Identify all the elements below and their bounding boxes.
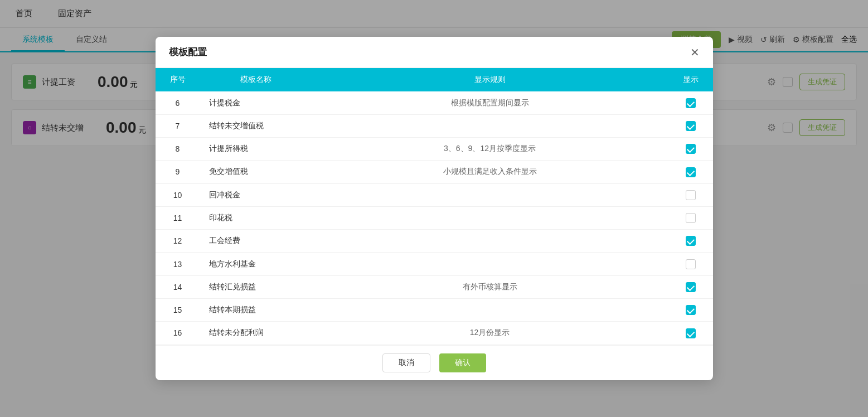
row-checkbox-cell <box>668 322 713 345</box>
row-name: 结转未分配利润 <box>200 322 312 345</box>
modal-title: 模板配置 <box>169 46 207 59</box>
row-rule: 有外币核算显示 <box>312 275 668 298</box>
row-rule: 3、6、9、12月按季度显示 <box>312 137 668 160</box>
row-id: 7 <box>156 114 200 137</box>
row-checkbox[interactable] <box>686 144 696 154</box>
row-id: 11 <box>156 206 200 229</box>
table-row: 7结转未交增值税 <box>156 114 713 137</box>
row-rule <box>312 206 668 229</box>
table-row: 13地方水利基金 <box>156 253 713 275</box>
row-rule: 根据模版配置期间显示 <box>312 91 668 114</box>
col-header-show: 显示 <box>668 68 713 91</box>
row-name: 结转本期损益 <box>200 299 312 322</box>
row-id: 9 <box>156 161 200 183</box>
table-row: 10回冲税金 <box>156 183 713 206</box>
row-checkbox[interactable] <box>686 190 696 200</box>
row-checkbox-cell <box>668 183 713 206</box>
row-rule: 小规模且满足收入条件显示 <box>312 161 668 183</box>
row-checkbox[interactable] <box>686 259 696 269</box>
col-header-id: 序号 <box>156 68 200 91</box>
row-rule <box>312 183 668 206</box>
table-row: 16结转未分配利润12月份显示 <box>156 322 713 345</box>
row-checkbox-cell <box>668 299 713 322</box>
row-name: 免交增值税 <box>200 161 312 183</box>
table-row: 9免交增值税小规模且满足收入条件显示 <box>156 161 713 183</box>
row-id: 15 <box>156 299 200 322</box>
row-checkbox[interactable] <box>686 282 696 292</box>
row-checkbox-cell <box>668 161 713 183</box>
col-header-name: 模板名称 <box>200 68 312 91</box>
row-name: 印花税 <box>200 206 312 229</box>
row-name: 回冲税金 <box>200 183 312 206</box>
row-checkbox-cell <box>668 275 713 298</box>
row-checkbox[interactable] <box>686 98 696 108</box>
row-checkbox-cell <box>668 230 713 253</box>
row-checkbox-cell <box>668 253 713 275</box>
table-row: 11印花税 <box>156 206 713 229</box>
confirm-button[interactable]: 确认 <box>439 353 486 372</box>
row-id: 10 <box>156 183 200 206</box>
modal-body: 序号 模板名称 显示规则 显示 6计提税金根据模版配置期间显示7结转未交增值税8… <box>156 68 713 345</box>
row-name: 结转汇兑损益 <box>200 275 312 298</box>
row-id: 12 <box>156 230 200 253</box>
row-checkbox-cell <box>668 206 713 229</box>
row-checkbox[interactable] <box>686 167 696 177</box>
row-id: 8 <box>156 137 200 160</box>
row-checkbox[interactable] <box>686 305 696 315</box>
row-id: 6 <box>156 91 200 114</box>
row-rule <box>312 230 668 253</box>
row-checkbox[interactable] <box>686 213 696 223</box>
row-name: 地方水利基金 <box>200 253 312 275</box>
row-name: 结转未交增值税 <box>200 114 312 137</box>
config-table: 序号 模板名称 显示规则 显示 6计提税金根据模版配置期间显示7结转未交增值税8… <box>156 68 713 345</box>
template-config-modal: 模板配置 ✕ 序号 模板名称 显示规则 显示 6计提税金根据模版配置期间显 <box>156 37 713 380</box>
row-checkbox[interactable] <box>686 236 696 246</box>
row-rule <box>312 253 668 275</box>
table-row: 15结转本期损益 <box>156 299 713 322</box>
modal-close-button[interactable]: ✕ <box>690 47 700 58</box>
modal-overlay: 模板配置 ✕ 序号 模板名称 显示规则 显示 6计提税金根据模版配置期间显 <box>0 0 868 417</box>
table-scroll[interactable]: 序号 模板名称 显示规则 显示 6计提税金根据模版配置期间显示7结转未交增值税8… <box>156 68 713 345</box>
table-row: 12工会经费 <box>156 230 713 253</box>
row-id: 14 <box>156 275 200 298</box>
row-checkbox[interactable] <box>686 328 696 338</box>
row-checkbox-cell <box>668 91 713 114</box>
row-rule: 12月份显示 <box>312 322 668 345</box>
row-id: 16 <box>156 322 200 345</box>
row-rule <box>312 114 668 137</box>
row-name: 工会经费 <box>200 230 312 253</box>
table-row: 14结转汇兑损益有外币核算显示 <box>156 275 713 298</box>
table-row: 8计提所得税3、6、9、12月按季度显示 <box>156 137 713 160</box>
row-checkbox[interactable] <box>686 121 696 131</box>
row-checkbox-cell <box>668 137 713 160</box>
row-name: 计提税金 <box>200 91 312 114</box>
modal-footer: 取消 确认 <box>156 345 713 380</box>
row-name: 计提所得税 <box>200 137 312 160</box>
row-id: 13 <box>156 253 200 275</box>
cancel-button[interactable]: 取消 <box>382 353 430 372</box>
table-row: 6计提税金根据模版配置期间显示 <box>156 91 713 114</box>
modal-header: 模板配置 ✕ <box>156 37 713 68</box>
row-checkbox-cell <box>668 114 713 137</box>
col-header-rule: 显示规则 <box>312 68 668 91</box>
row-rule <box>312 299 668 322</box>
